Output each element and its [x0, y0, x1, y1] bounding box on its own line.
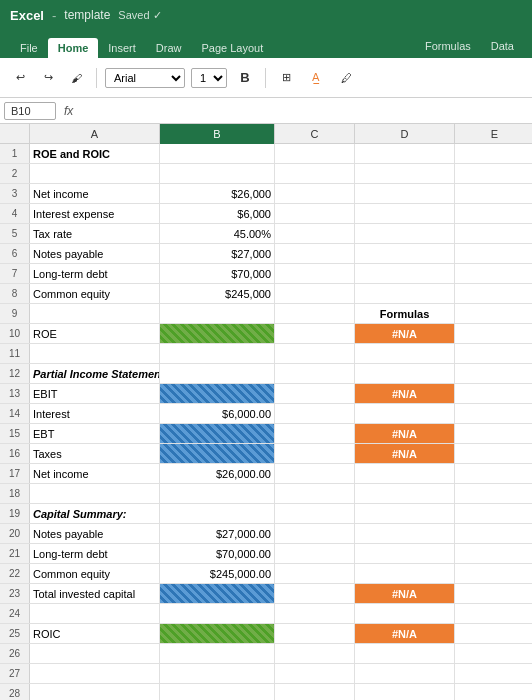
cell-a-16[interactable]: Taxes [30, 444, 160, 463]
cell-e-3[interactable] [455, 184, 532, 203]
cell-reference[interactable] [4, 102, 56, 120]
col-header-b[interactable]: B [160, 124, 275, 144]
cell-d-8[interactable] [355, 284, 455, 303]
cell-e-2[interactable] [455, 164, 532, 183]
cell-a-14[interactable]: Interest [30, 404, 160, 423]
cell-c-14[interactable] [275, 404, 355, 423]
cell-c-1[interactable] [275, 144, 355, 163]
cell-a-26[interactable] [30, 644, 160, 663]
cell-d-27[interactable] [355, 664, 455, 683]
cell-d-11[interactable] [355, 344, 455, 363]
cell-b-5[interactable]: 45.00% [160, 224, 275, 243]
cell-d-21[interactable] [355, 544, 455, 563]
cell-a-15[interactable]: EBT [30, 424, 160, 443]
cell-a-6[interactable]: Notes payable [30, 244, 160, 263]
cell-b-1[interactable] [160, 144, 275, 163]
cell-b-15[interactable] [160, 424, 275, 443]
cell-a-13[interactable]: EBIT [30, 384, 160, 403]
cell-e-22[interactable] [455, 564, 532, 583]
cell-a-2[interactable] [30, 164, 160, 183]
cell-b-16[interactable] [160, 444, 275, 463]
paint-button[interactable]: 🖌 [64, 66, 88, 90]
cell-c-5[interactable] [275, 224, 355, 243]
cell-b-6[interactable]: $27,000 [160, 244, 275, 263]
cell-b-2[interactable] [160, 164, 275, 183]
color-button[interactable]: A̲ [304, 66, 328, 90]
cell-c-19[interactable] [275, 504, 355, 523]
cell-e-21[interactable] [455, 544, 532, 563]
cell-b-21[interactable]: $70,000.00 [160, 544, 275, 563]
cell-a-4[interactable]: Interest expense [30, 204, 160, 223]
cell-c-15[interactable] [275, 424, 355, 443]
cell-c-21[interactable] [275, 544, 355, 563]
cell-d-15[interactable]: #N/A [355, 424, 455, 443]
cell-d-26[interactable] [355, 644, 455, 663]
cell-b-12[interactable] [160, 364, 275, 383]
cell-a-23[interactable]: Total invested capital [30, 584, 160, 603]
cell-c-23[interactable] [275, 584, 355, 603]
cell-e-7[interactable] [455, 264, 532, 283]
cell-c-25[interactable] [275, 624, 355, 643]
cell-c-18[interactable] [275, 484, 355, 503]
cell-e-16[interactable] [455, 444, 532, 463]
cell-a-10[interactable]: ROE [30, 324, 160, 343]
tab-page-layout[interactable]: Page Layout [191, 38, 273, 58]
tab-insert[interactable]: Insert [98, 38, 146, 58]
cell-a-19[interactable]: Capital Summary: [30, 504, 160, 523]
cell-b-24[interactable] [160, 604, 275, 623]
cell-b-8[interactable]: $245,000 [160, 284, 275, 303]
cell-b-9[interactable] [160, 304, 275, 323]
undo-button[interactable]: ↩ [8, 66, 32, 90]
cell-a-17[interactable]: Net income [30, 464, 160, 483]
cell-c-2[interactable] [275, 164, 355, 183]
col-header-d[interactable]: D [355, 124, 455, 144]
cell-b-27[interactable] [160, 664, 275, 683]
cell-c-13[interactable] [275, 384, 355, 403]
cell-a-21[interactable]: Long-term debt [30, 544, 160, 563]
cell-e-5[interactable] [455, 224, 532, 243]
cell-c-27[interactable] [275, 664, 355, 683]
cell-e-1[interactable] [455, 144, 532, 163]
cell-c-10[interactable] [275, 324, 355, 343]
cell-c-28[interactable] [275, 684, 355, 700]
col-header-a[interactable]: A [30, 124, 160, 144]
cell-c-17[interactable] [275, 464, 355, 483]
cell-b-26[interactable] [160, 644, 275, 663]
cell-a-28[interactable] [30, 684, 160, 700]
cell-c-3[interactable] [275, 184, 355, 203]
cell-a-7[interactable]: Long-term debt [30, 264, 160, 283]
cell-b-23[interactable] [160, 584, 275, 603]
merge-button[interactable]: ⊞ [274, 66, 298, 90]
font-size-select[interactable]: 10 [191, 68, 227, 88]
cell-b-4[interactable]: $6,000 [160, 204, 275, 223]
cell-c-24[interactable] [275, 604, 355, 623]
cell-e-14[interactable] [455, 404, 532, 423]
cell-d-2[interactable] [355, 164, 455, 183]
cell-d-4[interactable] [355, 204, 455, 223]
cell-e-4[interactable] [455, 204, 532, 223]
cell-d-14[interactable] [355, 404, 455, 423]
cell-c-8[interactable] [275, 284, 355, 303]
tab-formulas[interactable]: Formulas [417, 38, 479, 54]
cell-c-9[interactable] [275, 304, 355, 323]
cell-b-7[interactable]: $70,000 [160, 264, 275, 283]
cell-a-12[interactable]: Partial Income Statement: [30, 364, 160, 383]
cell-d-24[interactable] [355, 604, 455, 623]
col-header-c[interactable]: C [275, 124, 355, 144]
cell-d-28[interactable] [355, 684, 455, 700]
cell-b-18[interactable] [160, 484, 275, 503]
font-select[interactable]: Arial [105, 68, 185, 88]
cell-b-3[interactable]: $26,000 [160, 184, 275, 203]
cell-e-13[interactable] [455, 384, 532, 403]
cell-e-6[interactable] [455, 244, 532, 263]
cell-b-22[interactable]: $245,000.00 [160, 564, 275, 583]
cell-e-15[interactable] [455, 424, 532, 443]
cell-a-9[interactable] [30, 304, 160, 323]
cell-b-10[interactable] [160, 324, 275, 343]
cell-b-17[interactable]: $26,000.00 [160, 464, 275, 483]
cell-e-19[interactable] [455, 504, 532, 523]
cell-c-20[interactable] [275, 524, 355, 543]
cell-b-28[interactable] [160, 684, 275, 700]
cell-a-11[interactable] [30, 344, 160, 363]
cell-d-16[interactable]: #N/A [355, 444, 455, 463]
